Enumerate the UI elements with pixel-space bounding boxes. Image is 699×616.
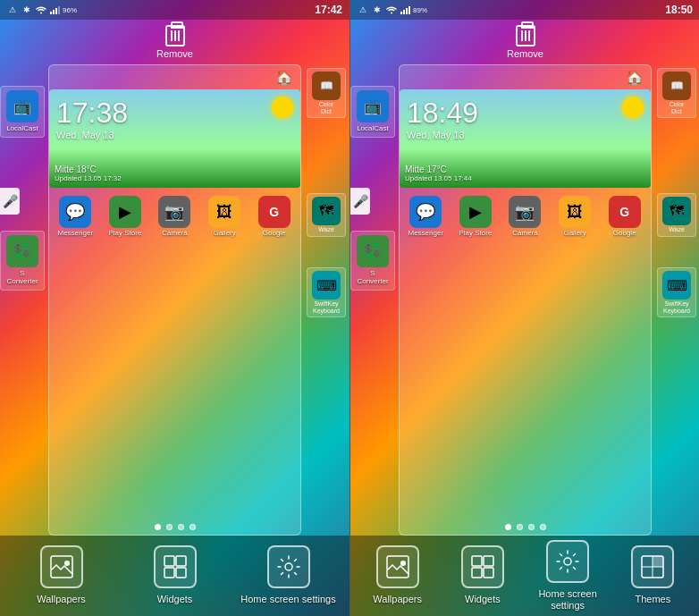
panel-topbar-2: 🏠	[400, 65, 651, 89]
left-side-panel-1: 📺 LocalCast 💱 S Converter	[0, 64, 46, 294]
signal-icon-2	[400, 5, 411, 14]
remove-label-2: Remove	[507, 48, 543, 59]
remove-area-1[interactable]: Remove	[0, 20, 350, 64]
waze-app-2[interactable]: 🗺 Waze	[657, 193, 696, 237]
wifi-icon-2	[386, 5, 397, 14]
camera-item-1[interactable]: 📷 Camera	[151, 194, 198, 240]
status-time-2: 18:50	[665, 4, 693, 16]
svg-rect-21	[472, 568, 482, 578]
dot-active-1	[155, 524, 161, 530]
app-grid-2: 💬 Messenger ▶ Play Store 📷 Camera 🖼 Gall…	[400, 191, 651, 242]
home-icon-2: 🏠	[626, 69, 644, 86]
settings-svg-2	[555, 549, 580, 574]
svg-rect-13	[400, 12, 402, 14]
converter-app-2[interactable]: 💱 S Converter	[350, 231, 395, 291]
time-2: 18:50	[665, 4, 693, 16]
widgets-icon-box-1	[154, 545, 197, 588]
gallery-icon-1: 🖼	[208, 196, 240, 228]
svg-rect-19	[472, 556, 482, 566]
clock-time-2: 18:49	[407, 97, 644, 130]
waze-app-1[interactable]: 🗺 Waze	[307, 193, 346, 237]
wallpapers-icon-box-1	[40, 545, 83, 588]
playstore-icon-1: ▶	[109, 196, 141, 228]
center-panel-2: 🏠 18:49 Wed, May 13 Mitte 17°C Updated 1…	[399, 64, 652, 536]
panel-topbar-1: 🏠	[49, 65, 300, 89]
gallery-label-2: Gallery	[563, 230, 585, 238]
localcast-app-2[interactable]: 📺 LocalCast	[350, 86, 395, 138]
wallpapers-label-2: Wallpapers	[373, 594, 422, 605]
toolbar-settings-2[interactable]: Home screen settings	[526, 540, 611, 612]
toolbar-themes-2[interactable]: Themes	[611, 545, 695, 605]
localcast-app-1[interactable]: 📺 LocalCast	[0, 86, 45, 138]
camera-icon-1: 📷	[158, 196, 190, 228]
themes-svg-2	[640, 554, 665, 579]
playstore-icon-2: ▶	[459, 196, 492, 228]
toolbar-settings-1[interactable]: Home screen settings	[232, 545, 345, 605]
camera-label-2: Camera	[512, 230, 537, 238]
svg-rect-25	[653, 556, 663, 567]
settings-icon-box-2	[546, 540, 589, 583]
right-side-panel-1: 📖 ColorDict 🗺 Waze ⌨ SwiftKeyKeyboard	[303, 64, 350, 321]
google-item-1[interactable]: G Google	[250, 194, 298, 240]
wifi-icon	[36, 5, 46, 14]
camera-item-2[interactable]: 📷 Camera	[501, 194, 549, 240]
swiftkey-app-1[interactable]: ⌨ SwiftKeyKeyboard	[307, 267, 346, 317]
svg-rect-1	[50, 12, 52, 14]
svg-rect-16	[408, 6, 410, 14]
playstore-label-2: Play Store	[459, 230, 492, 238]
svg-rect-2	[53, 10, 55, 14]
settings-icon-box-1	[267, 545, 310, 588]
settings-label-1: Home screen settings	[240, 594, 335, 605]
svg-rect-3	[55, 8, 57, 14]
clock-date-2: Wed, May 13	[407, 130, 644, 140]
status-bar-1: ⚠ ✱ 96% 17:42	[0, 0, 350, 20]
dot-4-2	[540, 524, 546, 530]
battery-percent-1: 96%	[64, 5, 75, 14]
battery-percent-2: 89%	[415, 5, 425, 14]
toolbar-widgets-1[interactable]: Widgets	[118, 545, 232, 605]
toolbar-wallpapers-2[interactable]: Wallpapers	[355, 545, 440, 605]
themes-icon-box-2	[631, 545, 674, 588]
dict-app-2[interactable]: 📖 ColorDict	[657, 68, 696, 118]
toolbar-widgets-2[interactable]: Widgets	[440, 545, 525, 605]
dot-3-2	[528, 524, 535, 530]
converter-icon-1: 💱	[6, 235, 38, 267]
gallery-label-1: Gallery	[213, 230, 235, 238]
center-panel-1: 🏠 17:38 Wed, May 13 Mitte 18°C Updated 1…	[48, 64, 301, 536]
converter-app-1[interactable]: 💱 S Converter	[0, 231, 45, 291]
svg-rect-8	[176, 556, 186, 566]
camera-label-1: Camera	[162, 230, 187, 238]
gallery-item-1[interactable]: 🖼 Gallery	[201, 194, 248, 240]
clock-time-1: 17:38	[56, 97, 293, 130]
clock-widget-1: 17:38 Wed, May 13 Mitte 18°C Updated 13.…	[49, 89, 300, 188]
dots-1	[0, 520, 350, 534]
swiftkey-app-2[interactable]: ⌨ SwiftKeyKeyboard	[657, 267, 696, 317]
dot-2-1	[166, 524, 173, 530]
widgets-svg-2	[470, 554, 495, 579]
warning-icon-2: ⚠	[358, 5, 368, 14]
themes-label-2: Themes	[636, 594, 671, 605]
dict-app-1[interactable]: 📖 ColorDict	[307, 68, 346, 118]
swiftkey-label-2: SwiftKeyKeyboard	[663, 300, 690, 314]
svg-rect-4	[58, 6, 60, 14]
app-grid-1: 💬 Messenger ▶ Play Store 📷 Camera 🖼 Gall…	[49, 191, 300, 242]
weather-temp-2: Mitte 17°C	[405, 165, 472, 174]
google-item-2[interactable]: G Google	[601, 194, 648, 240]
playstore-item-1[interactable]: ▶ Play Store	[102, 194, 149, 240]
google-icon-1: G	[258, 196, 291, 228]
playstore-item-2[interactable]: ▶ Play Store	[452, 194, 500, 240]
toolbar-wallpapers-1[interactable]: Wallpapers	[4, 545, 118, 605]
remove-area-2[interactable]: Remove	[350, 20, 699, 64]
gallery-item-2[interactable]: 🖼 Gallery	[552, 194, 599, 240]
status-left-2: ⚠ ✱ 89%	[358, 5, 425, 14]
bottom-toolbar-1: Wallpapers Widgets Home screen setting	[0, 536, 350, 616]
waze-icon-2: 🗺	[662, 197, 691, 225]
google-icon-2: G	[609, 196, 641, 228]
messenger-item-2[interactable]: 💬 Messenger	[402, 194, 450, 240]
messenger-item-1[interactable]: 💬 Messenger	[52, 194, 99, 240]
signal-icon	[50, 5, 61, 14]
weather-info-1: Mitte 18°C Updated 13.05 17:32	[55, 165, 122, 182]
messenger-icon-1: 💬	[59, 196, 91, 228]
weather-update-2: Updated 13.05 17:44	[405, 174, 472, 182]
warning-icon: ⚠	[7, 5, 18, 14]
